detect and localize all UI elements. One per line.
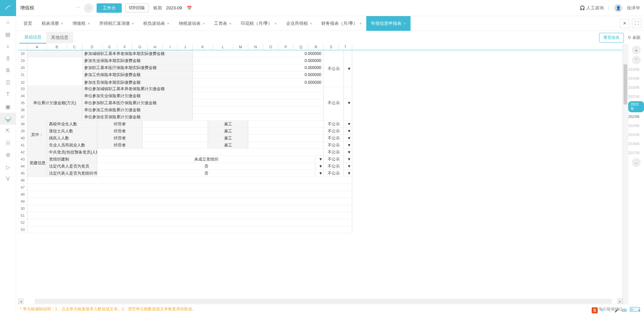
col-N[interactable]: N	[248, 44, 263, 50]
row-num[interactable]: 48	[18, 191, 28, 198]
row-disp[interactable]: 不公示	[324, 121, 344, 128]
col-R[interactable]: R	[309, 44, 324, 50]
period-value[interactable]: 2023-09	[166, 5, 182, 10]
row-num[interactable]: 42	[18, 149, 28, 156]
row-value[interactable]: 0.000000	[193, 71, 324, 78]
rail-down-icon[interactable]: ⌄	[632, 158, 641, 167]
col-L[interactable]: L	[213, 44, 233, 50]
row-num[interactable]: 29	[18, 57, 28, 64]
rail-top-icon[interactable]: ⌃	[632, 56, 641, 64]
ime-tool-icon[interactable]: ✦	[636, 307, 642, 313]
year-2027年[interactable]: 2027年	[628, 148, 644, 158]
grid-body[interactable]: 28本期实际缴费金额(万元)参加城镇职工基本养老保险本期实际缴费金额0.0000…	[18, 50, 623, 299]
col-E[interactable]: E	[102, 44, 117, 50]
nav-bowl-icon[interactable]: 🍚	[0, 113, 16, 125]
nav-grid-icon[interactable]: ▣	[0, 101, 16, 113]
row-num[interactable]: 46	[18, 177, 28, 184]
row-value[interactable]: 0.000000	[193, 64, 324, 71]
tab-5[interactable]: 纳税波动表×	[174, 16, 209, 31]
row-num[interactable]: 33	[18, 85, 28, 92]
row-disp[interactable]: 不公示	[324, 142, 344, 149]
tab-4[interactable]: 税负波动表×	[139, 16, 174, 31]
col-G[interactable]: G	[132, 44, 148, 50]
ime-skin-icon[interactable]: 👕	[629, 307, 635, 313]
calendar-icon[interactable]: 📅	[187, 6, 192, 10]
refresh-button[interactable]: ↻刷新	[628, 35, 641, 41]
year-2021年[interactable]: 2021年	[628, 92, 644, 101]
row-num[interactable]: 36	[18, 107, 28, 114]
tab-1[interactable]: 税表清册×	[37, 16, 68, 31]
col-Q[interactable]: Q	[293, 44, 309, 50]
reset-button[interactable]: 重置报表	[599, 33, 624, 43]
tab-close-icon[interactable]: ×	[274, 21, 276, 25]
year-2020年[interactable]: 2020年	[628, 83, 644, 92]
nav-doc-icon[interactable]: ▤	[0, 28, 16, 40]
nav-text-icon[interactable]: T	[0, 88, 16, 101]
row-num[interactable]: 47	[18, 184, 28, 191]
col-A[interactable]: A	[28, 44, 47, 50]
tab-9[interactable]: 财务报表（月/季）×	[317, 16, 366, 31]
row-num[interactable]: 50	[18, 205, 28, 212]
year-2019年[interactable]: 2019年	[628, 74, 644, 83]
nav-settings-icon[interactable]: ⚙	[0, 149, 16, 161]
row-value[interactable]: 0.000000	[193, 57, 324, 64]
row-num[interactable]: 44	[18, 163, 28, 170]
tab-close-icon[interactable]: ×	[61, 21, 63, 25]
row-value[interactable]	[193, 114, 324, 121]
horizontal-scrollbar[interactable]	[35, 299, 612, 304]
tab-close-icon[interactable]: ×	[203, 21, 205, 25]
row-value[interactable]	[193, 85, 324, 92]
year-2018年[interactable]: 2018年	[628, 65, 644, 74]
tab-6[interactable]: 工资表×	[209, 16, 236, 31]
col-J[interactable]: J	[178, 44, 193, 50]
row-num[interactable]: 41	[18, 142, 28, 149]
col-D[interactable]: D	[82, 44, 102, 50]
row-num[interactable]: 43	[18, 156, 28, 163]
nav-home-icon[interactable]: ⌂	[0, 16, 16, 28]
close-all-icon[interactable]: ✕	[620, 19, 629, 28]
tab-7[interactable]: 印花税（月/季）×	[236, 16, 281, 31]
row-num[interactable]: 34	[18, 92, 28, 100]
row-num[interactable]: 31	[18, 71, 28, 78]
col-O[interactable]: O	[263, 44, 278, 50]
rail-up-icon[interactable]: ▴	[632, 46, 641, 54]
subtab-other[interactable]: 其他信息	[46, 32, 73, 43]
year-2023年[interactable]: 2023年	[628, 112, 644, 121]
company-selector[interactable]: 增值税 ﹀	[20, 5, 80, 11]
row-value[interactable]	[193, 107, 324, 114]
row-num[interactable]: 49	[18, 198, 28, 205]
avatar-icon[interactable]: 👤	[614, 4, 622, 12]
switch-old-button[interactable]: 切到旧版	[125, 3, 149, 12]
nav-v-icon[interactable]: V	[0, 173, 16, 185]
round-menu-icon[interactable]: ≡	[84, 3, 93, 13]
row-num[interactable]: 45	[18, 170, 28, 177]
tab-close-icon[interactable]: ×	[88, 21, 90, 25]
tab-close-icon[interactable]: ×	[360, 21, 362, 25]
tab-close-icon[interactable]: ×	[229, 21, 231, 25]
ime-zh-icon[interactable]: 中	[599, 307, 605, 313]
tab-2[interactable]: 增值税×	[68, 16, 94, 31]
row-num[interactable]: 53	[18, 226, 28, 233]
row-value[interactable]	[193, 92, 324, 100]
row-num[interactable]: 28	[18, 50, 28, 57]
tab-close-icon[interactable]: ×	[404, 21, 406, 25]
col-S[interactable]: S	[324, 44, 339, 50]
col-I[interactable]: I	[163, 44, 178, 50]
nav-bag-icon[interactable]: ♁	[0, 52, 16, 64]
col-T[interactable]: T	[339, 44, 352, 50]
row-num[interactable]: 51	[18, 212, 28, 219]
hscroll-left-icon[interactable]: ◂	[18, 299, 23, 304]
year-2024年[interactable]: 2024年	[628, 121, 644, 130]
col-P[interactable]: P	[278, 44, 293, 50]
ime-s-icon[interactable]: S	[592, 307, 598, 313]
nav-clipboard-icon[interactable]: 🗎	[0, 64, 16, 76]
nav-video-icon[interactable]: ▷	[0, 161, 16, 173]
tab-close-icon[interactable]: ×	[167, 21, 169, 25]
col-H[interactable]: H	[148, 44, 163, 50]
row-num[interactable]: 40	[18, 135, 28, 142]
vertical-scrollbar[interactable]	[623, 44, 628, 304]
row-disp[interactable]: 不公示	[324, 128, 344, 135]
workbench-button[interactable]: 工作台	[97, 3, 122, 13]
ime-mic-icon[interactable]: 🎤	[614, 307, 620, 313]
support-link[interactable]: 🎧 人工咨询	[580, 5, 604, 11]
